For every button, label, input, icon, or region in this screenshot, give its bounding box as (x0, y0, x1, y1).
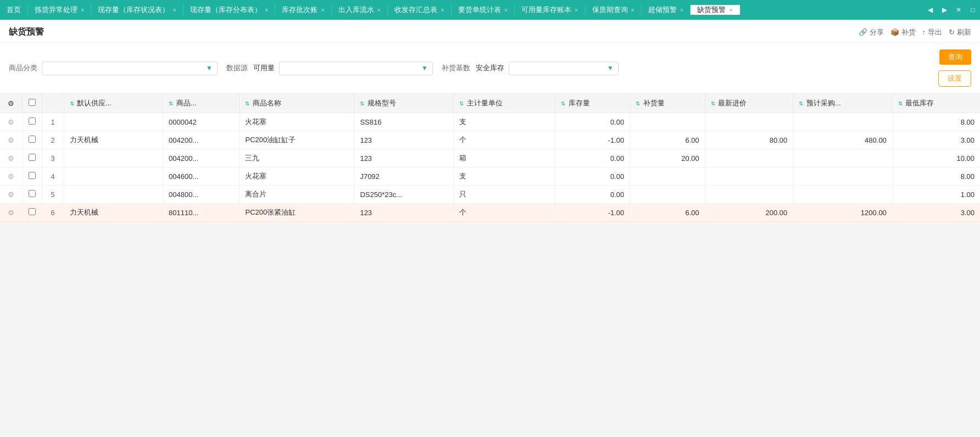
row-min-stock-0: 8.00 (892, 113, 980, 131)
min-stock-header-label: 最低库存 (905, 99, 934, 107)
row-spec-2: 123 (354, 149, 454, 167)
tab-next-btn[interactable]: ▶ (937, 6, 951, 14)
tab-order[interactable]: 要货单统计表× (452, 5, 515, 15)
row-checkbox-1[interactable] (29, 136, 36, 143)
tab-collect[interactable]: 收发存汇总表× (388, 5, 451, 15)
table-row: ⚙ 1 0000042 火花塞 SS816 支 0.00 8.00 (0, 113, 980, 131)
supplier-header-label: 默认供应... (77, 99, 112, 107)
col-min-stock-header[interactable]: ⇅ 最低库存 (892, 94, 980, 113)
col-stock-header[interactable]: ⇅ 库存量 (555, 94, 630, 113)
tab-close-shortage[interactable]: × (729, 7, 732, 13)
tab-overstock[interactable]: 超储预警× (642, 5, 691, 15)
refresh-icon: ↻ (949, 28, 955, 36)
col-gear-header[interactable]: ⚙ (0, 94, 22, 113)
tab-close-overstock[interactable]: × (680, 7, 683, 13)
col-supplier-header[interactable]: ⇅ 默认供应... (64, 94, 163, 113)
tab-home[interactable]: 首页 (0, 5, 28, 15)
refresh-action[interactable]: ↻ 刷新 (949, 27, 971, 37)
col-spec-header[interactable]: ⇅ 规格型号 (354, 94, 454, 113)
row-checkbox-2[interactable] (29, 154, 36, 161)
col-goods-name-header[interactable]: ⇅ 商品名称 (240, 94, 354, 113)
row-num-5: 6 (42, 204, 64, 222)
row-num-1: 2 (42, 131, 64, 149)
row-gear-4[interactable]: ⚙ (0, 186, 22, 204)
row-gear-2[interactable]: ⚙ (0, 149, 22, 167)
row-gear-1[interactable]: ⚙ (0, 131, 22, 149)
col-checkbox-header[interactable] (22, 94, 42, 113)
row-checkbox-0[interactable] (29, 117, 36, 125)
gear-icon: ⚙ (8, 209, 14, 217)
tab-stock2[interactable]: 现存量（库存分布表）× (183, 5, 275, 15)
page-title: 缺货预警 (9, 26, 44, 38)
row-gear-5[interactable]: ⚙ (0, 204, 22, 222)
tab-label-batch: 库存批次账 (282, 5, 318, 15)
row-checkbox-3[interactable] (29, 172, 36, 179)
col-goods-code-header[interactable]: ⇅ 商品... (163, 94, 240, 113)
row-supplier-5: 力天机械 (64, 204, 163, 222)
latest-price-header-label: 最新进价 (718, 99, 747, 107)
category-select[interactable]: ▼ (42, 61, 218, 75)
col-est-purchase-header[interactable]: ⇅ 预计采购... (793, 94, 893, 113)
row-checkbox-cell-5[interactable] (22, 204, 42, 222)
row-goods-code-0: 0000042 (163, 113, 240, 131)
row-est-purchase-0 (793, 113, 893, 131)
tab-expand-btn[interactable]: □ (966, 6, 980, 14)
tab-close-stock1[interactable]: × (172, 7, 176, 13)
replenish-base-select[interactable]: ▼ (509, 61, 619, 75)
tab-stock1[interactable]: 现存量（库存状况表）× (91, 5, 183, 15)
row-checkbox-cell-3[interactable] (22, 167, 42, 186)
tab-available[interactable]: 可用量库存账本× (515, 5, 585, 15)
tab-close-batch[interactable]: × (321, 7, 324, 13)
tab-refine[interactable]: 拣货异常处理× (28, 5, 91, 15)
tab-close-inout[interactable]: × (377, 7, 381, 13)
replenish-base-select-value (514, 64, 605, 72)
tab-shortage[interactable]: 缺货预警× (691, 5, 739, 15)
col-unit-header[interactable]: ⇅ 主计量单位 (454, 94, 555, 113)
setting-button[interactable]: 设置 (938, 70, 971, 87)
tab-prev-btn[interactable]: ◀ (923, 6, 937, 14)
page-content: 缺货预警 🔗 分享 📦 补货 ↑ 导出 ↻ 刷新 商品分类 (0, 20, 980, 222)
row-goods-code-2: 004200... (163, 149, 240, 167)
row-checkbox-cell-4[interactable] (22, 186, 42, 204)
header-actions: 🔗 分享 📦 补货 ↑ 导出 ↻ 刷新 (859, 27, 972, 37)
datasource-label: 数据源 (226, 63, 248, 73)
row-replenish-1: 6.00 (630, 131, 705, 149)
tab-label-collect: 收发存汇总表 (394, 5, 437, 15)
select-all-checkbox[interactable] (29, 99, 36, 106)
row-checkbox-cell-1[interactable] (22, 131, 42, 149)
tab-close-expiry[interactable]: × (631, 7, 634, 13)
col-replenish-header[interactable]: ⇅ 补货量 (630, 94, 705, 113)
table-row: ⚙ 2 力天机械 004200... PC200油缸缸子 123 个 -1.00… (0, 131, 980, 149)
replenish-action[interactable]: 📦 补货 (890, 27, 916, 37)
tab-close-available[interactable]: × (575, 7, 578, 13)
tab-bar: 首页拣货异常处理×现存量（库存状况表）×现存量（库存分布表）×库存批次账×出入库… (0, 0, 980, 20)
tab-close-collect[interactable]: × (441, 7, 444, 13)
tab-label-stock1: 现存量（库存状况表） (98, 5, 169, 15)
est-purchase-header-label: 预计采购... (806, 99, 841, 107)
tab-close-refine[interactable]: × (81, 7, 84, 13)
tab-inout[interactable]: 出入库流水× (332, 5, 388, 15)
tab-close-stock2[interactable]: × (265, 7, 268, 13)
export-action[interactable]: ↑ 导出 (922, 27, 943, 37)
col-latest-price-header[interactable]: ⇅ 最新进价 (705, 94, 793, 113)
row-checkbox-cell-0[interactable] (22, 113, 42, 131)
tab-close-order[interactable]: × (504, 7, 508, 13)
row-stock-1: -1.00 (555, 131, 630, 149)
query-button[interactable]: 查询 (939, 49, 971, 65)
row-min-stock-3: 8.00 (892, 167, 980, 186)
row-goods-name-4: 离合片 (240, 186, 354, 204)
row-gear-3[interactable]: ⚙ (0, 167, 22, 186)
row-checkbox-4[interactable] (29, 190, 36, 197)
replenish-base-value: 安全库存 (476, 63, 504, 73)
datasource-select[interactable]: ▼ (279, 61, 433, 75)
stock-sort-icon: ⇅ (561, 100, 565, 107)
row-checkbox-5[interactable] (29, 208, 36, 215)
tab-expiry[interactable]: 保质期查询× (586, 5, 642, 15)
row-gear-0[interactable]: ⚙ (0, 113, 22, 131)
row-checkbox-cell-2[interactable] (22, 149, 42, 167)
tab-batch[interactable]: 库存批次账× (275, 5, 331, 15)
share-action[interactable]: 🔗 分享 (859, 27, 884, 37)
gear-icon: ⚙ (8, 99, 14, 108)
tab-close-all-btn[interactable]: ✕ (951, 6, 966, 14)
stock-header-label: 库存量 (569, 99, 590, 107)
